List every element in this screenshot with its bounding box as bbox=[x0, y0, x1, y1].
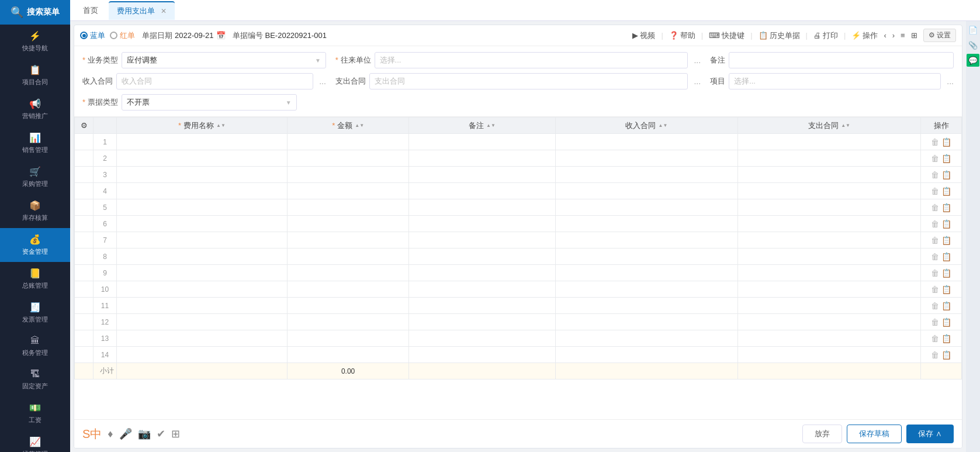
payee-more-icon[interactable]: ... bbox=[694, 56, 701, 65]
tab-home[interactable]: 首页 bbox=[75, 2, 106, 19]
row-copy-icon[interactable]: 📋 bbox=[941, 350, 951, 360]
row-income-cell[interactable] bbox=[555, 232, 738, 249]
grid-icon[interactable]: ⊞ bbox=[171, 427, 180, 440]
row-name-cell[interactable] bbox=[117, 249, 288, 265]
row-name-cell[interactable] bbox=[117, 298, 288, 314]
row-note-cell[interactable] bbox=[409, 314, 555, 330]
row-note-cell[interactable] bbox=[409, 216, 555, 232]
row-income-cell[interactable] bbox=[555, 281, 738, 298]
row-income-cell[interactable] bbox=[555, 216, 738, 232]
row-note-cell[interactable] bbox=[409, 232, 555, 249]
row-income-cell[interactable] bbox=[555, 249, 738, 265]
expense-contract-more-icon[interactable]: ... bbox=[694, 77, 701, 86]
row-copy-icon[interactable]: 📋 bbox=[941, 318, 951, 327]
discard-button[interactable]: 放弃 bbox=[802, 425, 842, 443]
row-note-cell[interactable] bbox=[409, 347, 555, 363]
rp-doc-icon[interactable]: 📄 bbox=[967, 23, 979, 36]
tab-close-icon[interactable]: ✕ bbox=[161, 7, 167, 15]
row-amount-cell[interactable] bbox=[287, 199, 408, 216]
row-expense-cell[interactable] bbox=[738, 281, 921, 298]
row-delete-icon[interactable]: 🗑 bbox=[931, 203, 939, 212]
row-copy-icon[interactable]: 📋 bbox=[941, 236, 951, 245]
row-expense-cell[interactable] bbox=[738, 347, 921, 363]
project-more-icon[interactable]: ... bbox=[947, 77, 954, 86]
row-income-cell[interactable] bbox=[555, 347, 738, 363]
row-delete-icon[interactable]: 🗑 bbox=[931, 170, 939, 180]
rp-chat-icon[interactable]: 💬 bbox=[967, 54, 979, 67]
blue-bill-radio[interactable]: 蓝单 bbox=[80, 30, 105, 41]
sidebar-item-project-contract[interactable]: 📋 项目合同 bbox=[0, 58, 70, 92]
row-expense-cell[interactable] bbox=[738, 330, 921, 347]
shortcuts-btn[interactable]: ⌨ 快捷键 bbox=[709, 30, 744, 41]
th-expense-contract[interactable]: 支出合同 ▲▼ bbox=[738, 118, 921, 134]
sort-note-icon[interactable]: ▲▼ bbox=[486, 123, 496, 128]
row-expense-cell[interactable] bbox=[738, 183, 921, 199]
row-name-cell[interactable] bbox=[117, 216, 288, 232]
row-name-cell[interactable] bbox=[117, 232, 288, 249]
sidebar-item-operation[interactable]: 📈 经营管理 bbox=[0, 430, 70, 452]
row-name-cell[interactable] bbox=[117, 314, 288, 330]
sort-expense-icon[interactable]: ▲▼ bbox=[841, 123, 850, 128]
sidebar-item-quick-nav[interactable]: ⚡ 快捷导航 bbox=[0, 25, 70, 58]
th-config[interactable]: ⚙ bbox=[75, 118, 94, 134]
save-draft-button[interactable]: 保存草稿 bbox=[847, 425, 902, 443]
row-copy-icon[interactable]: 📋 bbox=[941, 285, 951, 294]
th-name[interactable]: * 费用名称 ▲▼ bbox=[117, 118, 288, 134]
row-name-cell[interactable] bbox=[117, 330, 288, 347]
mic-icon[interactable]: 🎤 bbox=[119, 427, 132, 440]
sidebar-item-purchase[interactable]: 🛒 采购管理 bbox=[0, 160, 70, 194]
row-income-cell[interactable] bbox=[555, 150, 738, 167]
list-view-btn[interactable]: ≡ bbox=[901, 31, 905, 40]
sort-amount-icon[interactable]: ▲▼ bbox=[355, 123, 364, 128]
th-income-contract[interactable]: 收入合同 ▲▼ bbox=[555, 118, 738, 134]
row-note-cell[interactable] bbox=[409, 167, 555, 183]
row-copy-icon[interactable]: 📋 bbox=[941, 268, 951, 278]
grid-view-btn[interactable]: ⊞ bbox=[911, 31, 917, 40]
row-note-cell[interactable] bbox=[409, 298, 555, 314]
row-note-cell[interactable] bbox=[409, 134, 555, 150]
row-income-cell[interactable] bbox=[555, 199, 738, 216]
row-name-cell[interactable] bbox=[117, 347, 288, 363]
remark-input[interactable] bbox=[729, 52, 954, 68]
row-expense-cell[interactable] bbox=[738, 232, 921, 249]
row-delete-icon[interactable]: 🗑 bbox=[931, 318, 939, 327]
row-note-cell[interactable] bbox=[409, 183, 555, 199]
sort-name-icon[interactable]: ▲▼ bbox=[216, 123, 226, 128]
date-value[interactable]: 2022-09-21 bbox=[175, 31, 214, 40]
row-income-cell[interactable] bbox=[555, 298, 738, 314]
row-copy-icon[interactable]: 📋 bbox=[941, 203, 951, 212]
sidebar-item-marketing[interactable]: 📢 营销推广 bbox=[0, 92, 70, 126]
sidebar-search[interactable]: 🔍 搜索菜单 bbox=[0, 0, 70, 25]
row-copy-icon[interactable]: 📋 bbox=[941, 219, 951, 229]
invoice-type-input[interactable]: 不开票 ▼ bbox=[122, 94, 297, 111]
row-note-cell[interactable] bbox=[409, 330, 555, 347]
row-delete-icon[interactable]: 🗑 bbox=[931, 268, 939, 278]
business-type-input[interactable]: 应付调整 ▼ bbox=[122, 52, 326, 68]
row-amount-cell[interactable] bbox=[287, 298, 408, 314]
th-note[interactable]: 备注 ▲▼ bbox=[409, 118, 555, 134]
sidebar-item-salary[interactable]: 💵 工资 bbox=[0, 396, 70, 430]
row-amount-cell[interactable] bbox=[287, 330, 408, 347]
row-income-cell[interactable] bbox=[555, 183, 738, 199]
number-value[interactable]: BE-20220921-001 bbox=[265, 31, 327, 40]
sidebar-item-sales[interactable]: 📊 销售管理 bbox=[0, 126, 70, 160]
income-contract-input[interactable]: 收入合同 bbox=[116, 73, 313, 89]
row-delete-icon[interactable]: 🗑 bbox=[931, 187, 939, 196]
row-amount-cell[interactable] bbox=[287, 216, 408, 232]
row-delete-icon[interactable]: 🗑 bbox=[931, 219, 939, 229]
camera-icon[interactable]: 📷 bbox=[138, 427, 151, 440]
diamond-icon[interactable]: ♦ bbox=[108, 428, 113, 440]
sidebar-item-invoice[interactable]: 🧾 发票管理 bbox=[0, 296, 70, 330]
video-btn[interactable]: ▶ 视频 bbox=[632, 30, 655, 41]
operations-btn[interactable]: ⚡ 操作 bbox=[851, 30, 878, 41]
sidebar-item-capital[interactable]: 💰 资金管理 bbox=[0, 228, 70, 262]
row-note-cell[interactable] bbox=[409, 150, 555, 167]
row-amount-cell[interactable] bbox=[287, 314, 408, 330]
row-delete-icon[interactable]: 🗑 bbox=[931, 236, 939, 245]
row-name-cell[interactable] bbox=[117, 150, 288, 167]
row-name-cell[interactable] bbox=[117, 134, 288, 150]
row-name-cell[interactable] bbox=[117, 183, 288, 199]
row-copy-icon[interactable]: 📋 bbox=[941, 137, 951, 147]
print-btn[interactable]: 🖨 打印 bbox=[813, 30, 838, 41]
row-delete-icon[interactable]: 🗑 bbox=[931, 252, 939, 261]
